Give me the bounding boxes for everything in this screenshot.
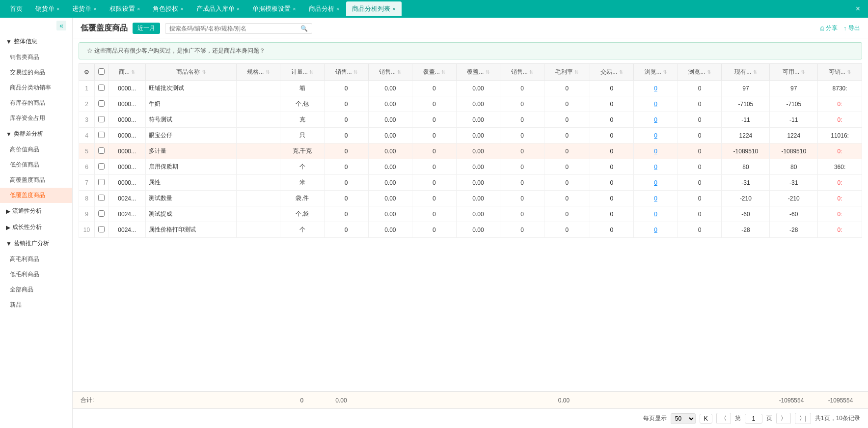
per-page-select[interactable]: 50 10 20 100 (671, 413, 696, 424)
col-sales-amt-header[interactable]: 销售... ⇅ (368, 64, 412, 81)
sidebar-item-sales-goods[interactable]: 销售类商品 (0, 50, 72, 65)
row-checkbox-9[interactable] (95, 206, 108, 222)
nav-sales-order[interactable]: 销货单 × (29, 1, 65, 16)
nav-home[interactable]: 首页 (4, 1, 28, 16)
sidebar-section-cluster[interactable]: ▼ 类群差分析 (0, 126, 72, 142)
row-checkbox-10[interactable] (95, 222, 108, 238)
sidebar-item-all-goods[interactable]: 全部商品 (0, 282, 72, 297)
sidebar-section-marketing[interactable]: ▼ 营销推广分析 (0, 235, 72, 252)
row-name-5: 多计量 (146, 143, 236, 159)
row-checkbox-5[interactable] (95, 143, 108, 159)
row-checkbox-8[interactable] (95, 191, 108, 206)
share-button[interactable]: ⎙ 分享 (820, 24, 838, 32)
sidebar-item-low-margin[interactable]: 低毛利商品 (0, 267, 72, 282)
liquidity-expand-icon: ▶ (6, 208, 10, 215)
row-checkbox-6[interactable] (95, 159, 108, 175)
sidebar-item-new-goods[interactable]: 新品 (0, 297, 72, 313)
col-name-header[interactable]: 商品名称 ⇅ (146, 64, 236, 81)
sidebar-section-growth[interactable]: ▶ 成长性分析 (0, 219, 72, 235)
row-views1-4[interactable]: 0 (634, 128, 678, 143)
filter-recent-month-button[interactable]: 近一月 (133, 23, 160, 34)
sidebar-item-high-value[interactable]: 高价值商品 (0, 142, 72, 157)
row-num-10: 10 (79, 222, 95, 238)
row-views1-3[interactable]: 0 (634, 112, 678, 128)
row-checkbox-7[interactable] (95, 175, 108, 191)
nav-analysis-list-close[interactable]: × (392, 6, 395, 12)
first-page-button[interactable]: K (700, 414, 712, 424)
row-sales-amt-3: 0.00 (368, 112, 412, 128)
row-spec-3 (236, 112, 280, 128)
sidebar-item-category-sales-rate[interactable]: 商品分类动销率 (0, 80, 72, 95)
row-checkbox-2[interactable] (95, 96, 108, 112)
last-page-button[interactable]: 〉| (795, 413, 811, 424)
col-sales-qty-header[interactable]: 销售... ⇅ (324, 64, 368, 81)
next-page-button[interactable]: 〉 (776, 413, 791, 424)
search-icon[interactable]: 🔍 (300, 25, 308, 32)
window-close-button[interactable]: × (852, 2, 864, 15)
sidebar-section-liquidity[interactable]: ▶ 流通性分析 (0, 203, 72, 219)
col-cover1-header[interactable]: 覆盖... ⇅ (412, 64, 457, 81)
row-spec-4 (236, 128, 280, 143)
nav-analysis-close[interactable]: × (336, 6, 339, 12)
row-views1-8[interactable]: 0 (634, 191, 678, 206)
nav-purchase-order[interactable]: 进货单 × (66, 1, 102, 16)
data-table-container: ⚙ 商... ⇅ 商品名称 ⇅ 规格... ⇅ 计量... ⇅ 销售... ⇅ … (73, 63, 868, 391)
nav-template[interactable]: 单据模板设置 × (246, 1, 301, 16)
col-saleable-header[interactable]: 可销... ⇅ (818, 64, 862, 81)
sidebar-item-stocked-goods[interactable]: 有库存的商品 (0, 95, 72, 111)
row-checkbox-1[interactable] (95, 81, 108, 96)
sidebar-item-high-margin[interactable]: 高毛利商品 (0, 252, 72, 267)
table-body: 1 0000... 旺铺批次测试 箱 0 0.00 0 0.00 0 0 0 0… (79, 81, 862, 238)
data-table: ⚙ 商... ⇅ 商品名称 ⇅ 规格... ⇅ 计量... ⇅ 销售... ⇅ … (79, 63, 862, 238)
nav-analysis-list[interactable]: 商品分析列表 × (346, 1, 401, 16)
col-available-stock-header[interactable]: 可用... ⇅ (770, 64, 818, 81)
row-sales-other-6: 0 (500, 159, 544, 175)
row-checkbox-3[interactable] (95, 112, 108, 128)
sidebar-item-high-coverage[interactable]: 高覆盖度商品 (0, 172, 72, 188)
col-code-header[interactable]: 商... ⇅ (108, 64, 146, 81)
sidebar-section-overall[interactable]: ▼ 整体信息 (0, 33, 72, 50)
nav-permissions-close[interactable]: × (137, 6, 140, 12)
nav-permissions[interactable]: 权限设置 × (104, 1, 146, 16)
select-all-checkbox[interactable] (98, 68, 105, 75)
row-views1-10[interactable]: 0 (634, 222, 678, 238)
sidebar-item-low-value[interactable]: 低价值商品 (0, 157, 72, 172)
row-views1-9[interactable]: 0 (634, 206, 678, 222)
col-spec-header[interactable]: 规格... ⇅ (236, 64, 280, 81)
col-gross-margin-header[interactable]: 毛利率 ⇅ (544, 64, 590, 81)
nav-warehouse-close[interactable]: × (237, 6, 240, 12)
nav-sales-close[interactable]: × (56, 6, 59, 12)
search-input[interactable] (169, 25, 298, 32)
growth-expand-icon: ▶ (6, 224, 10, 231)
nav-product-analysis[interactable]: 商品分析 × (303, 1, 345, 16)
col-views2-header[interactable]: 浏览... ⇅ (678, 64, 722, 81)
sidebar-item-stock-capital[interactable]: 库存资金占用 (0, 111, 72, 126)
nav-template-close[interactable]: × (293, 6, 296, 12)
page-number-input[interactable] (745, 414, 762, 424)
sidebar-item-low-coverage[interactable]: 低覆盖度商品 (0, 188, 72, 203)
row-views1-1[interactable]: 0 (634, 81, 678, 96)
col-current-stock-header[interactable]: 现有... ⇅ (722, 64, 770, 81)
col-unit-header[interactable]: 计量... ⇅ (280, 64, 325, 81)
col-views1-header[interactable]: 浏览... ⇅ (634, 64, 678, 81)
row-checkbox-4[interactable] (95, 128, 108, 143)
sidebar-collapse-button[interactable]: « (56, 21, 66, 30)
nav-role-auth[interactable]: 角色授权 × (147, 1, 189, 16)
row-views1-6[interactable]: 0 (634, 159, 678, 175)
col-cover2-header[interactable]: 覆盖... ⇅ (456, 64, 500, 81)
row-views1-2[interactable]: 0 (634, 96, 678, 112)
row-views1-5[interactable]: 0 (634, 143, 678, 159)
nav-purchase-close[interactable]: × (93, 6, 96, 12)
sidebar-item-traded-goods[interactable]: 交易过的商品 (0, 65, 72, 80)
col-transactions-header[interactable]: 交易... ⇅ (590, 64, 634, 81)
col-settings[interactable]: ⚙ (79, 64, 95, 81)
col-checkbox[interactable] (95, 64, 108, 81)
nav-warehouse[interactable]: 产成品入库单 × (190, 1, 245, 16)
prev-page-button[interactable]: 〈 (716, 413, 731, 424)
nav-role-close[interactable]: × (180, 6, 183, 12)
sidebar-section-cluster-items: 高价值商品 低价值商品 高覆盖度商品 低覆盖度商品 (0, 142, 72, 203)
row-cover2-1: 0.00 (456, 81, 500, 96)
row-views1-7[interactable]: 0 (634, 175, 678, 191)
export-button[interactable]: ↑ 导出 (843, 24, 860, 32)
col-sales-other-header[interactable]: 销售... ⇅ (500, 64, 544, 81)
